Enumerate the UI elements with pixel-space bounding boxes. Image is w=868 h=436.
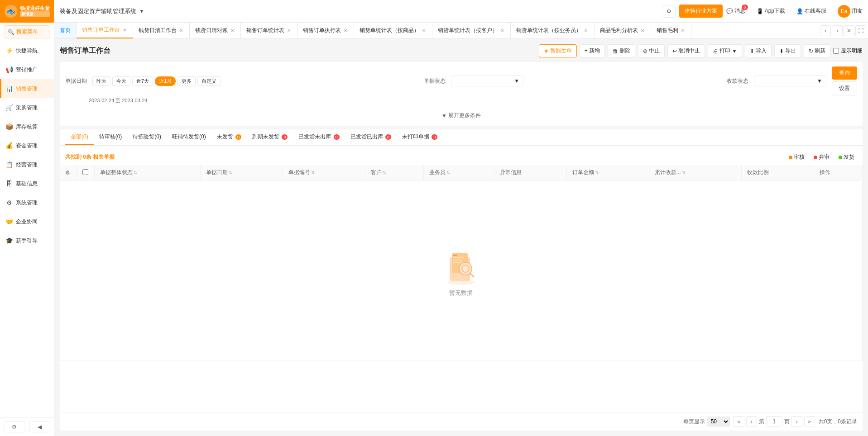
reconcile-label: 钱货日清对账 bbox=[195, 27, 228, 34]
page-size-select[interactable]: 50 20 100 bbox=[707, 417, 730, 427]
cancel-audit-dot bbox=[814, 156, 817, 159]
status-filter-select[interactable]: ▼ bbox=[451, 76, 523, 86]
sidebar-item-inventory[interactable]: 📦 库存核算 bbox=[0, 117, 54, 136]
import-button[interactable]: ⬆ 导入 bbox=[745, 44, 772, 57]
tab-sales-exec[interactable]: 销售订单执行表 ✕ bbox=[297, 23, 354, 38]
sidebar-item-sales[interactable]: 📊 销售管理 bbox=[0, 79, 54, 98]
export-button[interactable]: ⬇ 导出 bbox=[774, 44, 801, 57]
sidebar-item-marketing[interactable]: 📢 营销推广 bbox=[0, 60, 54, 79]
add-button[interactable]: + 新增 bbox=[580, 44, 605, 57]
tab-gross-profit[interactable]: 商品毛利分析表 ✕ bbox=[595, 23, 651, 38]
tab-close-sales[interactable]: ✕ bbox=[122, 27, 127, 33]
sub-tab-not-printed[interactable]: 未打印单据 0 bbox=[397, 129, 443, 145]
sub-tab-all[interactable]: 全部(0) bbox=[65, 129, 94, 145]
tab-close-sales-customer[interactable]: ✕ bbox=[499, 28, 505, 33]
system-dropdown-button[interactable]: ▼ bbox=[139, 8, 144, 14]
sub-tab-overdue-ship[interactable]: 到期未发货 0 bbox=[247, 129, 293, 145]
receipt-filter-select[interactable]: ▼ bbox=[754, 76, 826, 86]
stop-button[interactable]: ⊘ 中止 bbox=[638, 44, 665, 57]
tab-prev-button[interactable]: ‹ bbox=[820, 25, 831, 36]
sort-status[interactable]: ⇅ bbox=[134, 170, 137, 175]
tab-close-sales-margin[interactable]: ✕ bbox=[680, 28, 686, 33]
sidebar-item-purchase[interactable]: 🛒 采购管理 bbox=[0, 98, 54, 117]
tab-close-reconcile[interactable]: ✕ bbox=[230, 28, 235, 33]
topbar-gear-button[interactable]: ⚙ bbox=[663, 5, 676, 18]
tab-reconcile[interactable]: 钱货日清对账 ✕ bbox=[190, 23, 241, 38]
user-button[interactable]: Ea 用友 bbox=[838, 5, 863, 18]
search-menu-button[interactable]: 🔍 搜索菜单 bbox=[4, 25, 50, 38]
sidebar-collapse-button[interactable]: ◀ bbox=[29, 422, 51, 432]
sub-tab-not-shipped[interactable]: 未发货 0 bbox=[211, 129, 247, 145]
expand-filter-button[interactable]: ▼ 展开更多条件 bbox=[438, 110, 484, 121]
sort-staff[interactable]: ⇅ bbox=[446, 170, 450, 175]
horizontal-scrollbar[interactable] bbox=[60, 405, 863, 412]
sort-number[interactable]: ⇅ bbox=[311, 170, 315, 175]
tab-sales-stats[interactable]: 销售订单统计表 ✕ bbox=[241, 23, 297, 38]
sub-tab-pending-review[interactable]: 待审核(0) bbox=[94, 129, 128, 145]
print-button[interactable]: 🖨 打印 ▼ bbox=[708, 44, 742, 57]
sidebar-item-system[interactable]: ⚙ 系统管理 bbox=[0, 193, 54, 212]
date-btn-7days[interactable]: 近7天 bbox=[132, 76, 153, 86]
first-page-button[interactable]: « bbox=[734, 416, 744, 427]
tab-close-sales-stats[interactable]: ✕ bbox=[286, 28, 292, 33]
date-btn-more[interactable]: 更多 bbox=[177, 76, 196, 86]
tab-home[interactable]: 首页 bbox=[54, 23, 77, 38]
sidebar-item-finance[interactable]: 💰 资金管理 bbox=[0, 136, 54, 155]
tab-close-all-button[interactable]: ✕ bbox=[844, 25, 854, 36]
online-service-button[interactable]: 👤 在线客服 bbox=[796, 7, 826, 15]
date-btn-1month[interactable]: 近1月 bbox=[155, 76, 176, 86]
sidebar-item-basic[interactable]: 🗄 基础信息 bbox=[0, 174, 54, 193]
message-button[interactable]: 💬 消息 6 bbox=[726, 7, 745, 15]
date-btn-today[interactable]: 今天 bbox=[112, 76, 130, 86]
smart-create-button[interactable]: ★ 智能生单 bbox=[539, 44, 577, 57]
sort-customer[interactable]: ⇅ bbox=[383, 170, 386, 175]
show-detail-label[interactable]: 显示明细 bbox=[833, 47, 863, 55]
tab-close-gross-profit[interactable]: ✕ bbox=[640, 28, 645, 33]
tab-close-sales-staff[interactable]: ✕ bbox=[583, 28, 589, 33]
app-download-button[interactable]: 📱 App下载 bbox=[757, 7, 785, 15]
tab-sales-staff[interactable]: 销货单统计表（按业务员） ✕ bbox=[511, 23, 595, 38]
tab-close-sales-goods[interactable]: ✕ bbox=[421, 28, 427, 33]
tab-close-sales-exec[interactable]: ✕ bbox=[343, 28, 348, 33]
tab-next-button[interactable]: › bbox=[832, 25, 843, 36]
solution-button[interactable]: 体验行业方案 bbox=[679, 5, 723, 18]
sidebar-item-newbie[interactable]: 🎓 新手引导 bbox=[0, 231, 54, 250]
tab-sales-workbench[interactable]: 销售订单工作台 ✕ bbox=[77, 23, 133, 38]
sort-amount[interactable]: ⇅ bbox=[595, 170, 599, 175]
query-button[interactable]: 查询 bbox=[832, 66, 857, 80]
prev-page-button[interactable]: ‹ bbox=[746, 416, 757, 427]
select-all-checkbox[interactable] bbox=[82, 169, 88, 175]
tab-sales-margin[interactable]: 销售毛利 ✕ bbox=[651, 23, 691, 38]
sidebar-settings-button[interactable]: ⚙ bbox=[4, 422, 25, 432]
next-page-button[interactable]: › bbox=[791, 416, 802, 427]
col-settings[interactable]: ⚙ bbox=[60, 165, 76, 180]
tab-close-daily-cash[interactable]: ✕ bbox=[178, 28, 184, 33]
delete-button[interactable]: 🗑 删除 bbox=[608, 44, 635, 57]
sidebar-item-quick-nav[interactable]: ⚡ 快捷导航 bbox=[0, 41, 54, 60]
sidebar-item-enterprise[interactable]: 🤝 企业协同 bbox=[0, 212, 54, 231]
cancel-stop-button[interactable]: ↩ 取消中止 bbox=[667, 44, 705, 57]
page-number-input[interactable] bbox=[766, 416, 782, 427]
last-page-button[interactable]: » bbox=[804, 416, 815, 427]
settings-button[interactable]: 设置 bbox=[832, 81, 857, 95]
date-btn-custom[interactable]: 自定义 bbox=[197, 76, 221, 86]
tab-daily-cash[interactable]: 钱货日清工作台 ✕ bbox=[133, 23, 190, 38]
refresh-button[interactable]: ↻ 刷新 bbox=[804, 44, 830, 57]
sidebar-item-operations[interactable]: 📋 经营管理 bbox=[0, 155, 54, 174]
sub-tab-shipped-not-out[interactable]: 已发货未出库 0 bbox=[293, 129, 345, 145]
audit-action[interactable]: 审核 bbox=[786, 152, 807, 162]
tab-sales-customer[interactable]: 销货单统计表（按客户） ✕ bbox=[432, 23, 511, 38]
sub-tab-wangpu[interactable]: 旺铺待发货(0) bbox=[167, 129, 211, 145]
sort-collected[interactable]: ⇅ bbox=[682, 170, 686, 175]
show-detail-checkbox[interactable] bbox=[833, 48, 839, 54]
date-btn-yesterday[interactable]: 昨天 bbox=[92, 76, 110, 86]
sales-customer-label: 销货单统计表（按客户） bbox=[438, 27, 498, 34]
sub-tab-pending-inspect[interactable]: 待拣验货(0) bbox=[127, 129, 167, 145]
sort-date[interactable]: ⇅ bbox=[229, 170, 232, 175]
tab-fullscreen-button[interactable]: ⛶ bbox=[855, 25, 866, 36]
deliver-action[interactable]: 发货 bbox=[836, 152, 857, 162]
sub-tab-shipped-out[interactable]: 已发货已出库 0 bbox=[345, 129, 397, 145]
tab-sales-goods[interactable]: 销货单统计表（按商品） ✕ bbox=[354, 23, 432, 38]
col-checkbox[interactable] bbox=[76, 165, 94, 180]
cancel-audit-action[interactable]: 弃审 bbox=[811, 152, 832, 162]
